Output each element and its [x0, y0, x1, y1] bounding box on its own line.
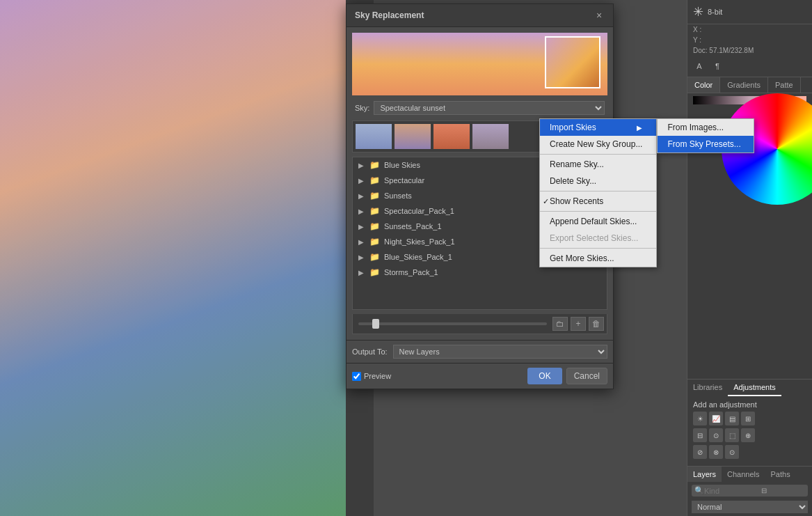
- sky-preview-area: [352, 33, 607, 95]
- layers-tabs: Layers Channels Paths: [687, 467, 812, 482]
- curves-adjustment-icon[interactable]: 📈: [709, 412, 723, 425]
- dialog-footer: Preview OK Cancel: [347, 363, 613, 389]
- tab-layers[interactable]: Layers: [687, 467, 722, 482]
- sky-thumbnail-3[interactable]: [433, 124, 470, 149]
- tab-color[interactable]: Color: [687, 77, 720, 93]
- sky-thumbnail-4[interactable]: [472, 124, 509, 149]
- doc-info-label: Doc: 57.1M/232.8M: [693, 47, 754, 54]
- layers-filter-icon: ⊟: [761, 487, 767, 494]
- ok-button[interactable]: OK: [527, 368, 562, 384]
- dialog-close-button[interactable]: ×: [594, 10, 605, 21]
- sky-folder-button[interactable]: 🗀: [552, 317, 568, 331]
- output-label: Output To:: [352, 347, 388, 356]
- menu-item-rename-sky[interactable]: Rename Sky...: [540, 156, 656, 173]
- layers-search-input[interactable]: [704, 487, 760, 495]
- bit-depth-label: 8-bit: [708, 8, 722, 16]
- menu-divider-3: [540, 211, 656, 212]
- menu-item-import-skies[interactable]: Import Skies ▶: [540, 119, 656, 136]
- layers-search-row: 🔍 ⊟: [692, 485, 808, 497]
- sky-size-slider-thumb: [372, 319, 379, 329]
- type-tool-icon[interactable]: A: [692, 58, 707, 74]
- tab-adjustments[interactable]: Adjustments: [728, 380, 781, 396]
- menu-item-delete-sky[interactable]: Delete Sky...: [540, 173, 656, 189]
- hsl-adjustment-icon[interactable]: ⊟: [693, 428, 707, 442]
- adjustments-content: Add an adjustment ☀ 📈 ▤ ⊞ ⊟ ⊙ ⬚ ⊕ ⊘ ⊗ ⊙: [687, 396, 812, 466]
- layers-content: 🔍 ⊟ Normal: [687, 482, 812, 516]
- sky-preview-thumbnail: [545, 36, 600, 88]
- posterize-adjustment-icon[interactable]: ⊗: [709, 445, 723, 459]
- adjustments-tabs: Libraries Adjustments: [687, 380, 812, 396]
- submenu-item-from-images[interactable]: From Images...: [658, 119, 754, 136]
- threshold-adjustment-icon[interactable]: ⊙: [725, 445, 739, 459]
- tab-paths[interactable]: Paths: [765, 467, 796, 482]
- dialog-output-row: Output To: New Layers: [347, 340, 613, 363]
- xy-y-row: Y :: [687, 35, 812, 45]
- menu-divider-4: [540, 248, 656, 249]
- sky-list-controls: 🗀 + 🗑: [352, 314, 607, 334]
- background-overlay: [0, 0, 346, 516]
- dialog-title: Sky Replacement: [355, 10, 424, 20]
- menu-item-show-recents[interactable]: ✓ Show Recents: [540, 193, 656, 210]
- layers-panel: Layers Channels Paths 🔍 ⊟ Normal: [687, 466, 812, 516]
- preview-checkbox-row: Preview: [352, 372, 391, 381]
- tool-options-row: A ¶: [687, 56, 812, 77]
- menu-divider-1: [540, 154, 656, 155]
- sky-thumbnail-2[interactable]: [395, 124, 431, 149]
- y-label: Y :: [693, 36, 701, 44]
- main-context-menu: Import Skies ▶ Create New Sky Group... R…: [539, 118, 657, 267]
- tab-libraries[interactable]: Libraries: [687, 380, 728, 396]
- sky-delete-button[interactable]: 🗑: [589, 317, 604, 331]
- add-adjustment-label: Add an adjustment: [693, 400, 806, 409]
- sky-add-button[interactable]: +: [571, 317, 586, 331]
- menu-divider-2: [540, 191, 656, 191]
- xy-coordinates-row: X :: [687, 24, 812, 35]
- menu-item-append-default[interactable]: Append Default Skies...: [540, 213, 656, 230]
- color-panel-tabs: Color Gradients Patte: [687, 77, 812, 93]
- menu-item-create-group[interactable]: Create New Sky Group...: [540, 136, 656, 153]
- menu-item-get-more-skies[interactable]: Get More Skies...: [540, 250, 656, 267]
- sky-size-slider[interactable]: [358, 322, 547, 325]
- dialog-titlebar: Sky Replacement ×: [347, 4, 613, 27]
- submenu-item-from-presets[interactable]: From Sky Presets...: [658, 136, 754, 153]
- adjustment-icons-row-3: ⊘ ⊗ ⊙: [693, 445, 806, 459]
- preview-label: Preview: [364, 372, 391, 380]
- x-label: X :: [693, 26, 701, 33]
- sky-dropdown[interactable]: Spectacular sunset: [374, 101, 605, 115]
- dialog-footer-buttons: OK Cancel: [527, 368, 607, 384]
- output-select[interactable]: New Layers: [393, 345, 607, 359]
- menu-item-export-skies: Export Selected Skies...: [540, 230, 656, 247]
- photo-filter-icon[interactable]: ⬚: [725, 428, 739, 442]
- sky-size-slider-row: [356, 320, 550, 328]
- preview-checkbox[interactable]: [352, 372, 361, 381]
- hue-adjustment-icon[interactable]: ⊙: [709, 428, 723, 442]
- search-icon: 🔍: [694, 486, 704, 495]
- colorlookup-adjustment-icon[interactable]: ⊞: [741, 412, 755, 425]
- tab-gradients[interactable]: Gradients: [720, 77, 768, 93]
- invert-adjustment-icon[interactable]: ⊘: [693, 445, 707, 459]
- import-skies-submenu: From Images... From Sky Presets...: [657, 118, 754, 153]
- sky-selector-row: Sky: Spectacular sunset: [352, 100, 607, 116]
- adjustments-panel: Libraries Adjustments Add an adjustment …: [687, 379, 812, 466]
- layers-blend-mode-select[interactable]: Normal: [692, 501, 808, 513]
- adjustment-icons-row-2: ⊟ ⊙ ⬚ ⊕: [693, 428, 806, 442]
- brightness-adjustment-icon[interactable]: ☀: [693, 412, 707, 425]
- right-top-bar: ✳ 8-bit: [687, 0, 812, 24]
- channel-mixer-icon[interactable]: ⊕: [741, 428, 755, 442]
- context-menu: Import Skies ▶ Create New Sky Group... R…: [539, 118, 754, 267]
- cancel-button[interactable]: Cancel: [566, 368, 607, 384]
- doc-info-row: Doc: 57.1M/232.8M: [687, 45, 812, 56]
- tab-channels[interactable]: Channels: [722, 467, 765, 482]
- sky-thumbnail-1[interactable]: [356, 124, 392, 149]
- paragraph-tool-icon[interactable]: ¶: [710, 58, 725, 74]
- tab-patterns[interactable]: Patte: [768, 77, 801, 93]
- adjustment-icons-row-1: ☀ 📈 ▤ ⊞: [693, 412, 806, 425]
- sky-field-label: Sky:: [355, 104, 369, 112]
- levels-adjustment-icon[interactable]: ▤: [725, 412, 739, 425]
- photoshop-logo-icon: ✳: [693, 4, 703, 19]
